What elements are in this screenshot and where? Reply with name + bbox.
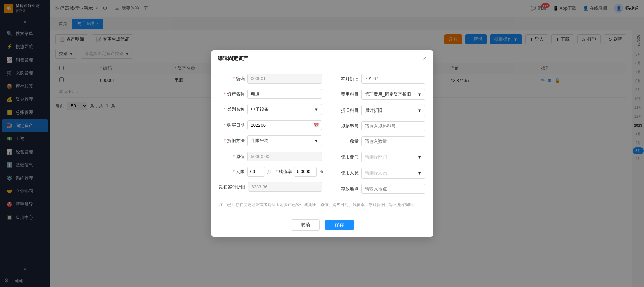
monthly-depr-input[interactable] <box>361 74 425 84</box>
initial-depr-input[interactable] <box>248 182 323 192</box>
accum-depr-subject-select[interactable]: 累计折旧 ▼ <box>361 105 425 116</box>
name-input[interactable] <box>247 89 323 99</box>
modal-overlay: 编辑固定资产 × 编码 资产名称 <box>0 0 644 287</box>
person-placeholder: 请选择人员 <box>365 170 387 176</box>
depr-method-label: 折旧方法 <box>219 138 245 144</box>
period-unit: 月 <box>267 169 271 175</box>
code-label: 编码 <box>219 76 245 82</box>
expense-subject-arrow: ▼ <box>417 92 422 97</box>
category-select[interactable]: 电子设备 ▼ <box>247 104 323 115</box>
modal-note: 注：已经存在变更记录或者对应固定资产已经生成凭证，原值、购买日期、残值率、累计折… <box>219 199 425 209</box>
original-value-input[interactable] <box>247 152 323 161</box>
modal-close-icon[interactable]: × <box>423 55 427 62</box>
save-button[interactable]: 保存 <box>325 220 354 230</box>
form-row-monthly-depr: 本月折旧 <box>333 74 425 84</box>
dept-placeholder: 请选择部门 <box>365 154 387 160</box>
monthly-depr-label: 本月折旧 <box>333 76 359 82</box>
modal-note-text: 注：已经存在变更记录或者对应固定资产已经生成凭证，原值、购买日期、残值率、累计折… <box>219 202 417 207</box>
modal-body: 编码 资产名称 类别名称 电子设备 ▼ <box>211 67 433 215</box>
purchase-date-input[interactable] <box>248 121 311 130</box>
category-select-value: 电子设备 <box>251 106 269 113</box>
person-arrow: ▼ <box>417 171 422 176</box>
location-label: 存放地点 <box>333 186 359 192</box>
depr-method-value: 年限平均 <box>251 138 269 144</box>
expense-subject-select[interactable]: 管理费用_固定资产折旧 ▼ <box>361 89 425 100</box>
name-label: 资产名称 <box>219 91 245 97</box>
depr-method-select[interactable]: 年限平均 ▼ <box>247 135 323 146</box>
form-row-quantity: 数量 <box>333 136 425 146</box>
residual-rate-input[interactable] <box>294 167 317 177</box>
modal-header: 编辑固定资产 × <box>211 50 433 67</box>
category-select-arrow: ▼ <box>314 107 318 112</box>
person-label: 使用人员 <box>333 170 359 176</box>
form-row-initial-depr: 期初累计折旧 <box>219 182 323 192</box>
period-input[interactable] <box>247 167 265 177</box>
form-row-spec-model: 规格型号 <box>333 121 425 131</box>
form-row-code: 编码 <box>219 74 323 84</box>
form-row-accum-depr-subject: 折旧科目 累计折旧 ▼ <box>333 105 425 116</box>
initial-depr-label: 期初累计折旧 <box>219 184 245 190</box>
purchase-date-input-wrap: 📅 <box>247 120 323 130</box>
form-row-dept: 使用部门 请选择部门 ▼ <box>333 152 425 162</box>
code-input[interactable] <box>247 74 323 84</box>
edit-asset-modal: 编辑固定资产 × 编码 资产名称 <box>211 50 433 237</box>
form-row-purchase-date: 购买日期 📅 <box>219 120 323 130</box>
dept-label: 使用部门 <box>333 154 359 160</box>
form-row-period: 期限 月 残值率 % <box>219 167 323 177</box>
modal-title: 编辑固定资产 <box>218 55 248 62</box>
residual-rate-label: 残值率 <box>276 169 292 175</box>
expense-subject-label: 费用科目 <box>333 91 359 97</box>
form-row-depr-method: 折旧方法 年限平均 ▼ <box>219 135 323 146</box>
form-row-location: 存放地点 <box>333 184 425 194</box>
residual-pct-unit: % <box>319 169 323 174</box>
spec-model-input[interactable] <box>361 121 425 131</box>
expense-subject-value: 管理费用_固定资产折旧 <box>365 91 411 97</box>
dept-arrow: ▼ <box>417 155 422 160</box>
person-select[interactable]: 请选择人员 ▼ <box>361 168 425 179</box>
location-input[interactable] <box>361 184 425 194</box>
accum-depr-subject-value: 累计折旧 <box>365 107 382 114</box>
form-row-expense-subject: 费用科目 管理费用_固定资产折旧 ▼ <box>333 89 425 100</box>
form-row-original-value: 原值 <box>219 152 323 161</box>
cancel-button[interactable]: 取消 <box>291 219 320 231</box>
calendar-icon[interactable]: 📅 <box>311 123 322 128</box>
form-row-person: 使用人员 请选择人员 ▼ <box>333 168 425 179</box>
period-label: 期限 <box>219 169 245 175</box>
form-row-name: 资产名称 <box>219 89 323 99</box>
quantity-label: 数量 <box>333 138 359 145</box>
depr-method-arrow: ▼ <box>314 138 318 144</box>
purchase-date-label: 购买日期 <box>219 122 245 128</box>
modal-footer: 取消 保存 <box>211 215 433 237</box>
dept-select[interactable]: 请选择部门 ▼ <box>361 152 425 162</box>
accum-depr-subject-label: 折旧科目 <box>333 107 359 114</box>
modal-left-col: 编码 资产名称 类别名称 电子设备 ▼ <box>219 74 323 199</box>
accum-depr-subject-arrow: ▼ <box>417 108 422 113</box>
period-residual-row: 月 残值率 % <box>247 167 323 177</box>
form-row-category: 类别名称 电子设备 ▼ <box>219 104 323 115</box>
modal-form-grid: 编码 资产名称 类别名称 电子设备 ▼ <box>219 74 425 199</box>
original-value-label: 原值 <box>219 154 245 160</box>
quantity-input[interactable] <box>361 136 425 146</box>
category-name-label: 类别名称 <box>219 106 245 113</box>
spec-model-label: 规格型号 <box>333 123 359 129</box>
modal-right-col: 本月折旧 费用科目 管理费用_固定资产折旧 ▼ 折旧科目 <box>333 74 425 199</box>
